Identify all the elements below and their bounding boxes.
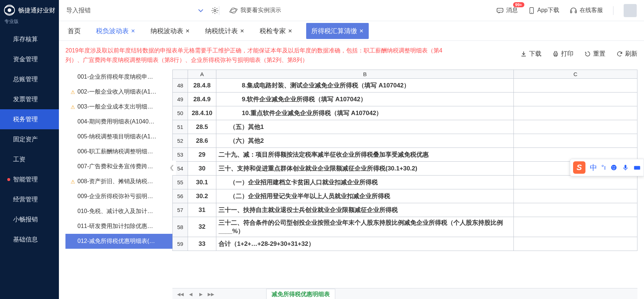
cell[interactable]	[514, 203, 637, 217]
form-item-8[interactable]: ⚠009-企业所得税弥补亏损明…	[65, 189, 172, 204]
nav-item-6[interactable]: 工资	[0, 149, 59, 169]
cell[interactable]: （五）其他1	[216, 120, 514, 134]
cell[interactable]: 8.集成电路封装、测试企业减免企业所得税（填写 A107042）	[216, 79, 514, 93]
cell[interactable]	[514, 217, 637, 237]
form-item-7[interactable]: ⚠008-资产折旧、摊销及纳税…	[65, 174, 172, 189]
cell[interactable]: 29	[188, 148, 216, 162]
form-item-3[interactable]: ⚠004-期间费用明细表(A1040…	[65, 114, 172, 129]
ime-lang[interactable]: 中	[590, 163, 597, 173]
cell[interactable]	[514, 93, 637, 106]
row-header[interactable]: 50	[173, 106, 188, 120]
cell[interactable]: 28.4.10	[188, 106, 216, 120]
close-icon[interactable]: ✕	[359, 28, 364, 34]
close-icon[interactable]: ✕	[131, 28, 135, 34]
row-header[interactable]: 48	[173, 79, 188, 93]
cell[interactable]: 三十一、扶持自主就业退役士兵创业就业企业限额减征企业所得税	[216, 203, 514, 217]
tab-1[interactable]: 税负波动表✕	[95, 24, 137, 38]
ime-keyboard-icon[interactable]	[633, 164, 641, 171]
cell[interactable]: 32	[188, 217, 216, 237]
close-icon[interactable]: ✕	[185, 28, 190, 34]
cell[interactable]	[514, 176, 637, 189]
cell[interactable]	[514, 134, 637, 148]
sheet-nav-last-icon[interactable]: ▶▶	[207, 292, 215, 297]
collapse-handle[interactable]	[168, 161, 176, 175]
cell[interactable]: 31	[188, 203, 216, 217]
row-header[interactable]: 52	[173, 134, 188, 148]
cell[interactable]: 三十二、符合条件的公司型创投企业按照企业年末个人股东持股比例减免企业所得税（个人…	[216, 217, 514, 237]
cell[interactable]	[514, 120, 637, 134]
nav-item-5[interactable]: 固定资产	[0, 129, 59, 149]
nav-item-4[interactable]: 税务管理	[0, 109, 59, 129]
nav-item-8[interactable]: 经营管理	[0, 189, 59, 209]
row-header[interactable]: 51	[173, 120, 188, 134]
form-item-5[interactable]: ⚠006-职工薪酬纳税调整明细…	[65, 144, 172, 159]
chevron-down-icon[interactable]	[197, 7, 204, 14]
form-item-4[interactable]: ⚠005-纳税调整项目明细表(A1…	[65, 129, 172, 144]
cell[interactable]: 28.4.8	[188, 79, 216, 93]
close-icon[interactable]: ✕	[288, 28, 292, 34]
sheet-nav-first-icon[interactable]: ◀◀	[176, 292, 185, 297]
ime-emoji-icon[interactable]	[610, 164, 617, 171]
demo-link[interactable]: 我要看实例演示	[229, 7, 281, 15]
sheet-nav-prev-icon[interactable]: ◀	[186, 292, 195, 297]
close-icon[interactable]: ✕	[240, 28, 244, 34]
col-header-B[interactable]: B	[216, 70, 514, 79]
cell[interactable]: （一）企业招用建档立卡贫困人口就业扣减企业所得税	[216, 176, 514, 189]
tab-4[interactable]: 税检专家✕	[258, 24, 294, 38]
row-header[interactable]: 59	[173, 237, 188, 251]
form-item-10[interactable]: ⚠011-研发费用加计扣除优惠…	[65, 219, 172, 234]
reset-button[interactable]: 重置	[584, 50, 605, 58]
form-item-2[interactable]: ⚠003-一般企业成本支出明细…	[65, 99, 172, 114]
row-header[interactable]: 58	[173, 217, 188, 237]
grid-corner[interactable]	[173, 70, 188, 79]
sheet-nav-next-icon[interactable]: ▶	[196, 292, 205, 297]
cell[interactable]	[514, 106, 637, 120]
ime-mic-icon[interactable]	[622, 164, 629, 171]
col-header-C[interactable]: C	[514, 70, 637, 79]
tab-0[interactable]: 首页	[66, 24, 82, 38]
sheet-tab[interactable]: 减免所得税优惠明细表	[266, 289, 335, 299]
cell[interactable]: 28.4.9	[188, 93, 216, 106]
row-header[interactable]: 53	[173, 148, 188, 162]
cell[interactable]: （二）企业招用登记失业半年以上人员就业扣减企业所得税	[216, 189, 514, 203]
cell[interactable]	[514, 237, 637, 251]
tab-3[interactable]: 纳税统计表✕	[204, 24, 246, 38]
ime-toolbar[interactable]: S 中 °ı	[570, 159, 644, 176]
cell[interactable]: 合计（1+2+…+28-29+30+31+32）	[216, 237, 514, 251]
cell[interactable]: 10.重点软件企业减免企业所得税（填写 A107042）	[216, 106, 514, 120]
row-header[interactable]: 55	[173, 176, 188, 189]
nav-item-9[interactable]: 小畅报销	[0, 209, 59, 229]
cell[interactable]	[514, 79, 637, 93]
row-header[interactable]: 57	[173, 203, 188, 217]
spreadsheet[interactable]: ABC4828.4.88.集成电路封装、测试企业减免企业所得税（填写 A1070…	[172, 70, 637, 299]
cell[interactable]: 30.1	[188, 176, 216, 189]
row-header[interactable]: 49	[173, 93, 188, 106]
form-item-11[interactable]: ⚠012-减免所得税优惠明细表(…	[65, 234, 172, 249]
row-header[interactable]: 56	[173, 189, 188, 203]
form-item-0[interactable]: ⚠001-企业所得税年度纳税申…	[65, 70, 172, 84]
cell[interactable]: 28.5	[188, 120, 216, 134]
nav-item-1[interactable]: 资金管理	[0, 49, 59, 69]
support-button[interactable]: 在线客服	[569, 7, 603, 15]
form-item-9[interactable]: ⚠010-免税、减计收入及加计…	[65, 204, 172, 219]
cell[interactable]: （六）其他2	[216, 134, 514, 148]
cell[interactable]: 9.软件企业减免企业所得税（填写 A107042）	[216, 93, 514, 106]
form-item-1[interactable]: ⚠002-一般企业收入明细表(A1…	[65, 84, 172, 99]
form-item-6[interactable]: ⚠007-广告费和业务宣传费跨…	[65, 159, 172, 174]
cell[interactable]: 30	[188, 162, 216, 176]
cell[interactable]: 三十、支持和促进重点群体创业就业企业限额减征企业所得税(30.1+30.2)	[216, 162, 514, 176]
download-button[interactable]: 下载	[520, 50, 541, 58]
nav-item-10[interactable]: 基础信息	[0, 229, 59, 249]
nav-item-0[interactable]: 库存核算	[0, 29, 59, 49]
cell[interactable]: 二十九、减：项目所得额按法定税率减半征收企业所得税叠加享受减免税优惠	[216, 148, 514, 162]
gear-icon[interactable]	[211, 7, 219, 15]
tab-5[interactable]: 所得税汇算清缴✕	[306, 23, 369, 39]
cell[interactable]: 33	[188, 237, 216, 251]
tab-2[interactable]: 纳税波动表✕	[149, 24, 191, 38]
cell[interactable]: 30.2	[188, 189, 216, 203]
col-header-A[interactable]: A	[188, 70, 216, 79]
avatar[interactable]	[624, 4, 637, 17]
refresh-button[interactable]: 刷新	[616, 50, 637, 58]
ime-punct-icon[interactable]: °ı	[601, 164, 606, 172]
app-download-button[interactable]: App下载	[528, 7, 559, 15]
